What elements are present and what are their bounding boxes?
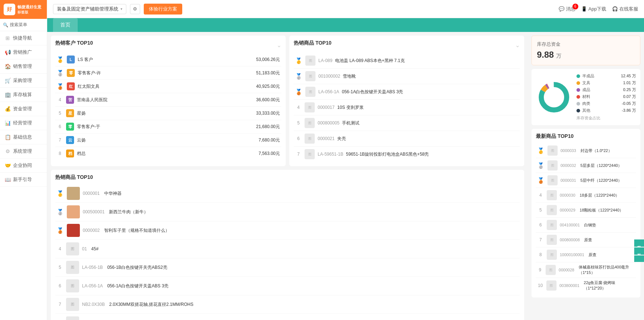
product-image: 图 [305, 102, 315, 112]
avatar: 云 [66, 136, 74, 144]
app-download-btn[interactable]: 📱 App下载 [581, 6, 606, 12]
sidebar-item-enterprise[interactable]: 🤝 企业协同 [0, 159, 47, 173]
sidebar-item-guide[interactable]: 📖 新手引导 [0, 173, 47, 187]
product-right-row-3: 🥉 图 LA-056-1A 056-1A白色按键开关盖ABS 3壳 [294, 84, 520, 100]
customer-row-2: 🥈 零 零售客户-许 51,183.00元 [55, 66, 281, 80]
hot-product-row-8: 8 图 0000011 12070519-xs [55, 314, 520, 320]
new-prod-row-9: 9 图 0000028 体械嘉枝味苏打饮品400毫升（1*15） [536, 262, 636, 278]
avatar: L [67, 56, 75, 63]
new-prod-row-2: 🥈 图 0000032 5层多层（1220*2440） [536, 158, 636, 173]
product-image: 图 [547, 160, 558, 171]
product-right-row-5: 5 图 000800005 手机测试 [294, 115, 520, 131]
sidebar-search[interactable]: 🔍 搜索菜单 [0, 19, 47, 31]
sidebar-item-basic[interactable]: 📋 基础信息 [0, 130, 47, 144]
customers-header: 热销客户 TOP10 ⌄ [55, 40, 281, 50]
new-prod-row-6: 6 图 004100001 白钢垫 [536, 218, 636, 233]
topbar: 装备及固定资产辅助管理系统 ▾ ⚙ 体验行业方案 💬 消息 6 📱 App下载 … [47, 0, 644, 18]
product-image: 图 [305, 118, 315, 128]
product-right-row-4: 4 图 0000017 10S 变刹罗浆 [294, 100, 520, 115]
sidebar-item-operations[interactable]: 📊 经营管理 [0, 116, 47, 130]
avatar: 星 [66, 109, 74, 117]
products-scroll-icon[interactable]: ⌄ [515, 42, 520, 49]
medal-silver-icon: 🥈 [57, 70, 64, 77]
new-products-card: 最新商品 TOP10 🥇 图 0000033 封边带（1.0*22） 🥈 图 0… [531, 129, 640, 298]
product-image-placeholder: 图 [66, 298, 79, 311]
chart-legend: 半成品 12.45 万 文具 1.01 万 成品 0.25 万 [576, 73, 636, 121]
medal-silver-icon: 🥈 [57, 209, 64, 216]
finance-icon: 💰 [4, 106, 11, 112]
product-right-row-7: 7 图 LA-59651-1B 59651-1B旋转投影灯电池盒ABS黑色+58… [294, 147, 520, 162]
product-image: 图 [546, 265, 556, 275]
medal-gold-icon: 🥇 [537, 147, 545, 154]
product-image-placeholder: 图 [66, 279, 79, 292]
message-btn[interactable]: 💬 消息 6 [559, 6, 575, 12]
legend-color [576, 74, 580, 78]
new-prod-row-7: 7 图 000800008 原查 [536, 233, 636, 247]
products-right-title: 热销商品 TOP10 [294, 40, 331, 46]
legend-item-finished: 成品 0.25 万 [576, 87, 636, 93]
search-icon: 🔍 [3, 22, 8, 28]
direct-btn[interactable]: 直击 [634, 255, 644, 262]
product-right-row-2: 🥈 图 001000002 雪地靴 [294, 69, 520, 84]
basic-icon: 📋 [4, 134, 11, 140]
system-selector[interactable]: 装备及固定资产辅助管理系统 ▾ [53, 4, 126, 14]
avatar: 零 [66, 123, 74, 131]
customer-row-8: 8 档 档总 7,563.00元 [55, 147, 281, 160]
avatar: 苦 [66, 96, 74, 104]
new-prod-row-10: 10 图 003800001 22g鱼豆腐·烧烤味（1*12*20） [536, 278, 636, 293]
scroll-down-icon[interactable]: ⌄ [277, 42, 281, 49]
top-section: 热销客户 TOP10 ⌄ 🥇 L LS 客户 53,006.26元 🥈 [51, 36, 524, 166]
marketing-icon: 📢 [4, 49, 11, 55]
customer-row-1: 🥇 L LS 客户 53,006.26元 [55, 53, 281, 66]
product-image: 图 [305, 56, 315, 66]
sidebar-item-purchase[interactable]: 🛒 采购管理 [0, 74, 47, 88]
sidebar-logo: 好 畅捷通好生意 标签版 [0, 0, 47, 19]
customer-row-3: 🥉 红 红太阳文具 40,925.00元 [55, 80, 281, 93]
sidebar-item-sales[interactable]: 🏠 销售管理 [0, 60, 47, 74]
product-image: 图 [547, 190, 557, 200]
product-image-placeholder: 图 [66, 261, 79, 274]
medal-bronze-icon: 🥉 [57, 227, 64, 234]
product-image: 图 [305, 149, 315, 159]
service-community-btn[interactable]: 服务社区 [634, 247, 644, 255]
navbar-home[interactable]: 首页 [53, 18, 78, 32]
chevron-down-icon: ▾ [121, 7, 122, 11]
new-products-title: 最新商品 TOP10 [536, 133, 636, 140]
hot-product-row-7: 7 图 NB2.0X30B 2.0X30MM双搓花轴,搓花直径2.1MM/ROH… [55, 295, 520, 314]
inventory-card: 库存总资金 9.88 万 [531, 36, 640, 65]
sidebar-item-inventory[interactable]: 🏢 库存核算 [0, 88, 47, 102]
topbar-right: 💬 消息 6 📱 App下载 🎧 在线客服 [559, 6, 638, 12]
legend-color [576, 81, 580, 85]
sidebar-item-marketing[interactable]: 📢 营销推广 [0, 45, 47, 60]
legend-item-other: 其他 -3.86 万 [576, 108, 636, 113]
message-icon: 💬 [559, 6, 564, 12]
svg-point-4 [545, 88, 563, 107]
trial-button[interactable]: 体验行业方案 [144, 4, 182, 15]
product-image: 图 [305, 134, 315, 144]
new-prod-row-8: 8 图 10000100001 原查 [536, 247, 636, 262]
product-image: 图 [547, 235, 557, 245]
middle-panel: 热销客户 TOP10 ⌄ 🥇 L LS 客户 53,006.26元 🥈 [47, 32, 528, 320]
float-buttons: 客服热线 服务社区 直击 [634, 239, 644, 262]
medal-bronze-icon: 🥉 [57, 83, 64, 90]
medal-silver-icon: 🥈 [537, 162, 545, 169]
mobile-icon: 📱 [581, 6, 587, 12]
sidebar-item-quick-nav[interactable]: ⊞ 快捷导航 [0, 31, 47, 45]
products-right-header: 热销商品 TOP10 ⌄ [294, 40, 520, 50]
medal-silver-icon: 🥈 [295, 73, 302, 80]
product-right-row-1: 🥇 图 LA-089 电池盖 LA-089 ABS本色+黑种 7.1克 [294, 53, 520, 69]
sidebar-item-system[interactable]: ⚙ 系统管理 [0, 144, 47, 159]
customer-row-6: 6 零 零售客户-于 21,680.00元 [55, 120, 281, 134]
customer-service-btn[interactable]: 客服热线 [634, 239, 644, 247]
hot-product-row-5: 5 图 LA-056-1B 056-1B白色按键开关壳ABS2壳 [55, 258, 520, 277]
sidebar-item-finance[interactable]: 💰 资金管理 [0, 102, 47, 116]
online-service-btn[interactable]: 🎧 在线客服 [612, 6, 638, 12]
inventory-amount: 9.88 万 [537, 50, 635, 60]
product-image-placeholder: 图 [66, 316, 79, 320]
avatar: 零 [67, 69, 75, 77]
product-image: 图 [305, 87, 315, 97]
navbar: 首页 [47, 18, 644, 32]
settings-icon[interactable]: ⚙ [130, 4, 140, 14]
legend-color [576, 102, 580, 106]
customer-row-4: 4 苦 苦南县人民医院 36,600.00元 [55, 93, 281, 107]
